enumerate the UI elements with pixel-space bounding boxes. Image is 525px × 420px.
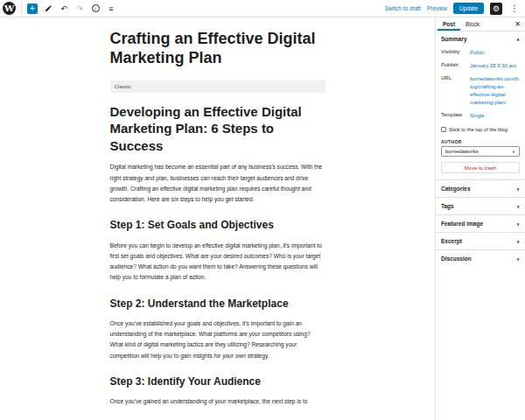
edit-tool-icon[interactable] [43,3,53,15]
update-button[interactable]: Update [453,3,484,14]
publish-row: Publish January 25 9:30 am [436,60,525,73]
chevron-down-icon: ∨ [516,256,520,262]
classic-block-label[interactable]: Classic [110,80,326,93]
content-heading[interactable]: Developing an Effective Digital Marketin… [110,103,326,155]
url-label: URL [441,75,470,80]
chevron-down-icon: ∨ [516,239,520,244]
section-heading-3[interactable]: Step 3: Identify Your Audience [110,375,326,389]
details-icon[interactable]: i [90,3,101,15]
sticky-checkbox[interactable] [441,127,446,132]
visibility-label: Visibility [441,49,470,54]
editor-canvas: Crafting an Effective Digital Marketing … [0,18,435,420]
topbar-right-tools: Switch to draft Preview Update ⚙ ⋮ [385,3,525,15]
intro-paragraph[interactable]: Digital marketing has become an essentia… [110,162,326,205]
info-circle-icon: i [92,4,100,12]
section-paragraph-3[interactable]: Once you've gained an understanding of y… [110,396,326,407]
sidebar-tabs: Post Block ✕ [436,18,525,32]
section-paragraph-1[interactable]: Before you can begin to develop an effec… [110,241,326,284]
featured-image-panel-header[interactable]: Featured image ∨ [436,214,525,232]
section-heading-1[interactable]: Step 1: Set Goals and Objectives [110,219,326,233]
chevron-down-icon: ∨ [516,221,520,227]
section-heading-2[interactable]: Step 2: Understand the Marketplace [110,298,326,312]
visibility-value[interactable]: Public [470,49,484,57]
discussion-panel-header[interactable]: Discussion ∨ [436,249,525,267]
featured-image-panel-title: Featured image [441,220,483,227]
settings-sidebar: Post Block ✕ Summary ∧ Visibility Public… [435,18,525,420]
move-to-trash-button[interactable]: Move to trash [441,162,520,173]
topbar-divider [21,3,22,15]
tab-post[interactable]: Post [438,18,460,31]
options-kebab-icon[interactable]: ⋮ [508,4,521,13]
summary-panel-header[interactable]: Summary ∧ [436,32,525,46]
sticky-checkbox-label: Stick to the top of the blog [449,127,508,132]
tags-panel-title: Tags [441,203,454,209]
url-value[interactable]: bornedaworks.com/blog/crafting-an-effect… [470,75,520,107]
url-row: URL bornedaworks.com/blog/crafting-an-ef… [436,73,525,109]
categories-panel-header[interactable]: Categories ∨ [436,179,525,197]
publish-label: Publish [441,62,470,67]
excerpt-panel-header[interactable]: Excerpt ∨ [436,232,525,249]
author-select[interactable]: bornedaworks ∨ [441,146,520,157]
chevron-down-icon: ∨ [516,186,520,192]
excerpt-panel-title: Excerpt [441,238,462,244]
publish-value[interactable]: January 25 9:30 am [470,62,516,70]
chevron-up-icon: ∧ [516,37,520,42]
settings-gear-icon[interactable]: ⚙ [490,3,502,15]
undo-icon[interactable]: ↶ [59,3,69,15]
section-paragraph-2[interactable]: Once you've established your goals and o… [110,318,326,361]
tab-block[interactable]: Block [460,18,485,31]
visibility-row: Visibility Public [436,46,525,60]
author-select-value: bornedaworks [445,149,479,154]
template-value[interactable]: Single [470,112,485,120]
topbar-left-tools: W + ↶ ↷ i ≡ [0,0,116,17]
redo-icon[interactable]: ↷ [74,3,85,15]
chevron-down-icon: ∨ [512,149,515,154]
block-inserter-button[interactable]: + [27,4,38,14]
post-content: Crafting an Effective Digital Marketing … [110,30,326,408]
close-icon[interactable]: ✕ [510,20,525,28]
author-label: AUTHOR [436,135,525,146]
categories-panel-title: Categories [441,186,471,192]
sticky-checkbox-row: Stick to the top of the blog [436,122,525,135]
tags-panel-header[interactable]: Tags ∨ [436,197,525,214]
chevron-down-icon: ∨ [516,204,520,209]
template-row: Template Single [436,109,525,122]
discussion-panel-title: Discussion [441,256,472,262]
summary-panel-title: Summary [441,36,467,42]
wordpress-logo-icon[interactable]: W [3,2,16,15]
switch-to-draft-button[interactable]: Switch to draft [385,5,421,11]
post-title-field[interactable]: Crafting an Effective Digital Marketing … [110,30,326,68]
list-view-icon[interactable]: ≡ [106,3,116,15]
preview-button[interactable]: Preview [427,5,447,11]
template-label: Template [441,112,470,117]
editor-topbar: W + ↶ ↷ i ≡ Switch to draft Preview Upda… [0,0,525,18]
